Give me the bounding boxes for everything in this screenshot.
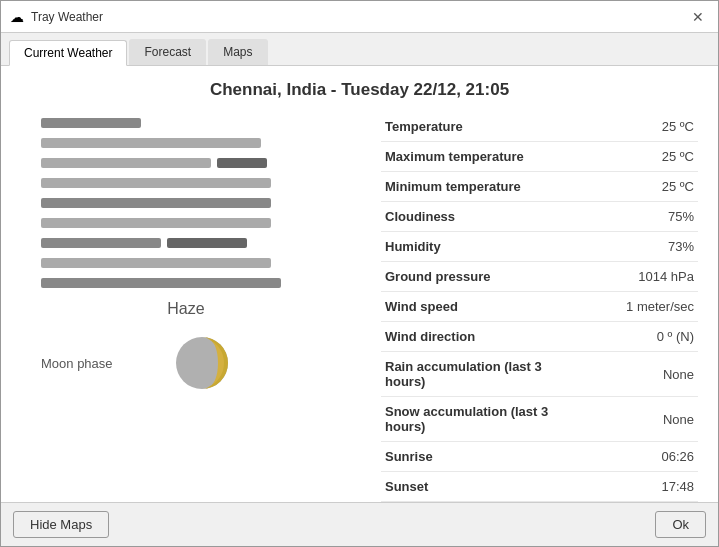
moon-graphic [173, 334, 231, 392]
weather-data-table: Temperature 25 ºC Maximum temperature 25… [381, 112, 698, 502]
tab-current-weather[interactable]: Current Weather [9, 40, 127, 66]
weather-image [21, 112, 351, 290]
data-value: None [555, 352, 698, 397]
table-row: Humidity 73% [381, 232, 698, 262]
table-row: Maximum temperature 25 ºC [381, 142, 698, 172]
table-row: Sunrise 06:26 [381, 442, 698, 472]
table-row: Sunset 17:48 [381, 472, 698, 502]
data-value: 25 ºC [555, 142, 698, 172]
table-row: Temperature 25 ºC [381, 112, 698, 142]
ok-button[interactable]: Ok [655, 511, 706, 538]
data-label: Temperature [381, 112, 555, 142]
data-label: Sunrise [381, 442, 555, 472]
data-label: Cloudiness [381, 202, 555, 232]
moon-phase-label: Moon phase [41, 356, 113, 371]
data-label: Wind speed [381, 292, 555, 322]
main-window: ☁ Tray Weather ✕ Current Weather Forecas… [0, 0, 719, 547]
table-row: Rain accumulation (last 3 hours) None [381, 352, 698, 397]
data-label: Rain accumulation (last 3 hours) [381, 352, 555, 397]
table-row: Wind direction 0 º (N) [381, 322, 698, 352]
data-label: Snow accumulation (last 3 hours) [381, 397, 555, 442]
data-label: Wind direction [381, 322, 555, 352]
data-label: Sunset [381, 472, 555, 502]
main-content: Haze Moon phase [1, 112, 718, 502]
table-row: Wind speed 1 meter/sec [381, 292, 698, 322]
tab-bar: Current Weather Forecast Maps [1, 33, 718, 66]
data-value: 17:48 [555, 472, 698, 502]
app-icon: ☁ [9, 9, 25, 25]
data-value: 0 º (N) [555, 322, 698, 352]
content-area: Chennai, India - Tuesday 22/12, 21:05 [1, 66, 718, 502]
tab-forecast[interactable]: Forecast [129, 39, 206, 65]
table-row: Minimum temperature 25 ºC [381, 172, 698, 202]
data-value: 1014 hPa [555, 262, 698, 292]
weather-condition-label: Haze [21, 290, 351, 326]
data-label: Ground pressure [381, 262, 555, 292]
hide-maps-button[interactable]: Hide Maps [13, 511, 109, 538]
title-bar: ☁ Tray Weather ✕ [1, 1, 718, 33]
data-value: 25 ºC [555, 112, 698, 142]
close-button[interactable]: ✕ [686, 5, 710, 29]
bottom-bar: Hide Maps Ok [1, 502, 718, 546]
data-label: Minimum temperature [381, 172, 555, 202]
data-value: 1 meter/sec [555, 292, 698, 322]
data-label: Maximum temperature [381, 142, 555, 172]
data-value: None [555, 397, 698, 442]
data-label: Humidity [381, 232, 555, 262]
location-header: Chennai, India - Tuesday 22/12, 21:05 [1, 66, 718, 112]
data-value: 06:26 [555, 442, 698, 472]
data-value: 73% [555, 232, 698, 262]
moon-phase-section: Moon phase [21, 326, 351, 400]
data-value: 25 ºC [555, 172, 698, 202]
data-value: 75% [555, 202, 698, 232]
table-row: Ground pressure 1014 hPa [381, 262, 698, 292]
table-row: Cloudiness 75% [381, 202, 698, 232]
table-row: Snow accumulation (last 3 hours) None [381, 397, 698, 442]
left-panel: Haze Moon phase [11, 112, 361, 502]
window-title: Tray Weather [31, 10, 686, 24]
tab-maps[interactable]: Maps [208, 39, 267, 65]
right-panel: Temperature 25 ºC Maximum temperature 25… [361, 112, 708, 502]
